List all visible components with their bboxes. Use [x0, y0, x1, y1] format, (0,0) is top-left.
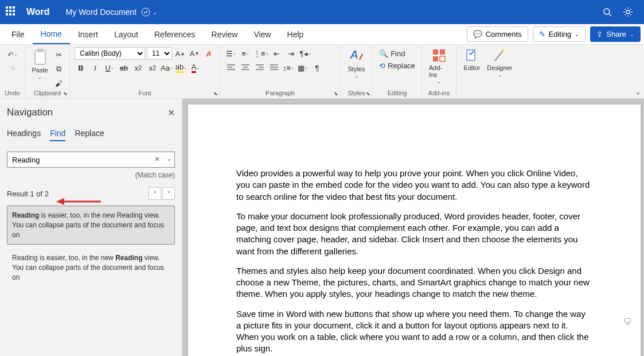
subscript-button[interactable]: x2 [132, 61, 145, 74]
svg-rect-22 [440, 56, 445, 61]
tab-headings[interactable]: Headings [7, 129, 41, 141]
close-icon[interactable]: ✕ [167, 107, 175, 118]
collapse-ribbon-button[interactable]: ⌄ [635, 88, 641, 96]
addins-button[interactable]: Add-ins ⌄ [427, 47, 451, 86]
paragraph[interactable]: Save time in Word with new buttons that … [236, 308, 592, 355]
menu-insert[interactable]: Insert [70, 25, 106, 44]
menu-help[interactable]: Help [279, 25, 312, 44]
document-scroll[interactable]: Video provides a powerful way to help yo… [182, 99, 644, 356]
format-painter-button[interactable]: 🖌 [53, 77, 65, 90]
settings-icon[interactable] [618, 2, 638, 22]
prev-result-button[interactable]: ˄ [149, 187, 161, 200]
numbering-button[interactable]: ≡⌄ [239, 47, 252, 60]
share-button[interactable]: ⇪ Share ⌄ [590, 26, 641, 42]
designer-button[interactable]: Designer ⌄ [485, 47, 514, 79]
tab-replace[interactable]: Replace [75, 129, 104, 141]
editing-group-label: Editing [388, 90, 407, 97]
editing-label: Editing [549, 30, 572, 38]
add-comment-icon[interactable]: 🗨 [623, 317, 631, 326]
ribbon-group-editing: 🔍 Find ⟲ Replace Editing [373, 45, 422, 98]
undo-button[interactable]: ↶⌄ [6, 48, 19, 61]
menu-review[interactable]: Review [204, 25, 246, 44]
match-text: Reading [12, 211, 39, 219]
menu-home[interactable]: Home [33, 25, 70, 44]
menu-layout[interactable]: Layout [106, 25, 146, 44]
comments-button[interactable]: 💬 Comments [467, 26, 528, 42]
find-button[interactable]: 🔍 Find [379, 49, 405, 58]
justify-button[interactable] [268, 61, 280, 74]
replace-icon: ⟲ [379, 61, 385, 70]
clipboard-launcher[interactable]: ⬊ [63, 91, 68, 96]
superscript-button[interactable]: x2 [146, 61, 159, 74]
increase-font-button[interactable]: A▲ [174, 47, 186, 60]
tab-find[interactable]: Find [50, 129, 65, 141]
strikethrough-button[interactable]: ab [118, 61, 130, 74]
bold-button[interactable]: B [75, 61, 87, 74]
svg-rect-5 [37, 49, 43, 52]
decrease-font-button[interactable]: A▼ [188, 47, 201, 60]
paste-button[interactable]: Paste ⌄ [29, 47, 50, 81]
search-icon[interactable] [597, 2, 618, 22]
font-color-button[interactable]: A⌄ [189, 61, 202, 74]
paragraph[interactable]: Themes and styles also help keep your do… [236, 265, 592, 300]
multilevel-button[interactable]: ⋮≡⌄ [253, 47, 269, 60]
list-item[interactable]: Reading is easier, too, in the new Readi… [7, 248, 175, 287]
chevron-down-icon[interactable]: ⌄ [166, 155, 171, 162]
replace-button[interactable]: ⟲ Replace [379, 61, 415, 70]
line-spacing-button[interactable]: ↕≡⌄ [282, 61, 295, 74]
menu-references[interactable]: References [146, 25, 204, 44]
cut-button[interactable]: ✂ [53, 48, 65, 61]
menu-bar: File Home Insert Layout References Revie… [0, 24, 644, 45]
redo-button[interactable]: ↷ [6, 62, 19, 75]
align-center-button[interactable] [239, 61, 252, 74]
show-marks-button[interactable]: ¶ [311, 61, 323, 74]
doc-title[interactable]: My Word Document [66, 7, 136, 17]
ribbon-group-assist: Editor Designer ⌄ [456, 45, 520, 98]
text-direction-button[interactable]: ¶◂⌄ [299, 47, 312, 60]
clear-icon[interactable]: ✕ [154, 155, 160, 163]
copy-button[interactable]: ⧉ [53, 63, 65, 75]
paragraph-group-label: Paragraph [266, 90, 295, 97]
find-label: Find [391, 49, 405, 58]
align-left-button[interactable] [225, 61, 237, 74]
title-bar: Word My Word Document ⌄ [0, 0, 644, 24]
paragraph[interactable]: Video provides a powerful way to help yo… [236, 168, 592, 203]
list-item[interactable]: Reading is easier, too, in the new Readi… [7, 206, 175, 245]
styles-launcher[interactable]: ⬊ [366, 91, 370, 96]
menu-view[interactable]: View [245, 25, 279, 44]
chevron-down-icon: ⌄ [575, 32, 579, 37]
increase-indent-button[interactable]: ⇥ [285, 47, 298, 60]
underline-button[interactable]: U⌄ [103, 61, 116, 74]
chevron-down-icon: ⌄ [437, 79, 441, 84]
font-name-select[interactable]: Calibri (Body) [75, 47, 145, 60]
font-size-select[interactable]: 11 [147, 47, 172, 60]
share-label: Share [606, 30, 626, 38]
change-case-button[interactable]: Aa⌄ [161, 61, 173, 74]
search-input[interactable] [7, 152, 175, 168]
document-page[interactable]: Video provides a powerful way to help yo… [188, 105, 641, 356]
ribbon-group-paragraph: ☰⌄ ≡⌄ ⋮≡⌄ ⇤ ⇥ ¶◂⌄ ↕≡⌄ [220, 45, 341, 98]
next-result-button[interactable]: ˅ [162, 187, 175, 200]
clear-formatting-button[interactable]: A̷ [202, 47, 215, 60]
decrease-indent-button[interactable]: ⇤ [271, 47, 283, 60]
align-right-button[interactable] [253, 61, 266, 74]
highlight-button[interactable]: ab⌄ [175, 61, 188, 74]
styles-button[interactable]: A Styles ⌄ [346, 47, 368, 80]
paragraph-launcher[interactable]: ⬊ [334, 91, 338, 96]
font-launcher[interactable]: ⬊ [213, 91, 218, 96]
chevron-down-icon[interactable]: ⌄ [153, 9, 157, 16]
ribbon-group-font: Calibri (Body) 11 A▲ A▼ A̷ B I U⌄ ab x2 … [70, 45, 220, 98]
editor-button[interactable]: Editor [462, 47, 483, 72]
editing-button[interactable]: ✎ Editing ⌄ [533, 26, 586, 42]
menu-file[interactable]: File [3, 25, 33, 44]
addins-label: Add-ins [429, 64, 449, 78]
italic-button[interactable]: I [89, 61, 102, 74]
paragraph[interactable]: To make your document look professionall… [236, 211, 592, 257]
comments-label: Comments [486, 30, 522, 38]
borders-button[interactable]: ▦⌄ [296, 61, 309, 74]
svg-point-0 [142, 8, 150, 16]
bullets-button[interactable]: ☰⌄ [225, 47, 237, 60]
undo-group-label: Undo [5, 90, 19, 97]
addins-group-label: Add-ins [428, 90, 450, 97]
app-launcher-icon[interactable] [6, 6, 17, 18]
